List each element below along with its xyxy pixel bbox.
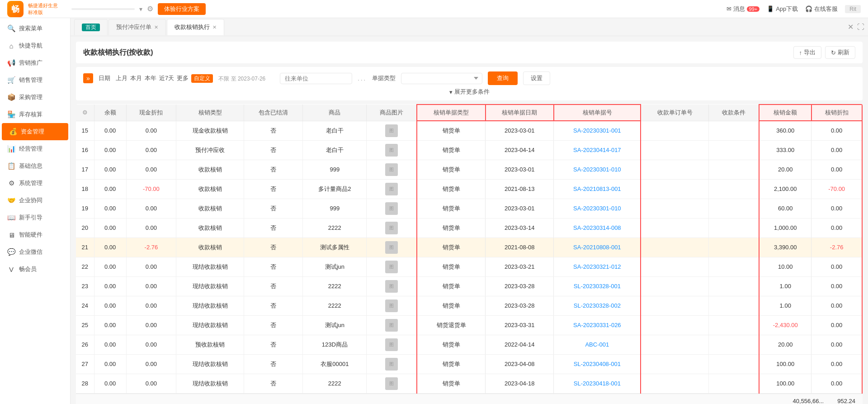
- export-button[interactable]: ↑ 导出: [793, 46, 822, 59]
- sidebar-item-wechat[interactable]: 💬 企业微信: [0, 243, 70, 261]
- writeoff-discount-value: 0.00: [831, 283, 842, 290]
- td-writeoff-amount: 1.00: [759, 276, 811, 296]
- settings-icon[interactable]: ⚙: [147, 5, 153, 13]
- prepay-tab-close[interactable]: ✕: [154, 24, 158, 30]
- td-slip-date: 2023-03-01: [486, 199, 554, 218]
- tab-prepay[interactable]: 预付冲应付单 ✕: [108, 19, 166, 35]
- search-bar[interactable]: [71, 8, 135, 10]
- slip-no-link[interactable]: SA-20210808-001: [573, 244, 621, 251]
- sidebar-label-purchase: 采购管理: [19, 93, 42, 101]
- slip-no-link[interactable]: ABC-001: [585, 341, 609, 348]
- sidebar-item-system[interactable]: ⚙ 系统管理: [0, 175, 70, 192]
- expand-more-conditions[interactable]: ▾ 展开更多条件: [83, 88, 855, 96]
- td-slip-no: SA-20230301-010: [554, 160, 641, 179]
- table-row: 17 0.00 0.00 收款核销 否 999 图 销货单 2023-03-01…: [76, 160, 862, 179]
- td-writeoff-amount: -2,430.00: [759, 315, 811, 335]
- sidebar-item-member[interactable]: V 畅会员: [0, 261, 70, 278]
- slip-no-link[interactable]: SA-20230414-017: [573, 147, 621, 153]
- maximize-icon[interactable]: ⛶: [857, 23, 864, 31]
- td-slip-date: 2023-04-08: [486, 354, 554, 374]
- sidebar-item-hardware[interactable]: 🖥 智能硬件: [0, 226, 70, 243]
- date-link-7days[interactable]: 近7天: [159, 74, 174, 82]
- slip-no-link[interactable]: SA-20230301-010: [573, 166, 621, 173]
- td-balance: 0.00: [94, 121, 126, 140]
- table-scroll[interactable]: ⚙ 余额 现金折扣 核销类型 包含已结清 商品 商品图片 核销单据类型 核销单据…: [76, 104, 863, 394]
- td-receipt-condition: [709, 199, 759, 218]
- sidebar-label-funds: 资金管理: [21, 128, 44, 136]
- tab-collection[interactable]: 收款核销执行 ✕: [167, 19, 224, 35]
- sidebar-item-sales[interactable]: 🛒 销售管理: [0, 71, 70, 89]
- date-link-more[interactable]: 更多: [177, 74, 189, 82]
- online-service-area[interactable]: 🎧 在线客服: [805, 5, 838, 13]
- collection-tab-close[interactable]: ✕: [212, 24, 217, 30]
- sidebar-item-purchase[interactable]: 📦 采购管理: [0, 89, 70, 106]
- date-link-this-month[interactable]: 本月: [130, 74, 142, 82]
- sidebar-item-search[interactable]: 🔍 搜索菜单: [0, 20, 70, 37]
- date-link-custom[interactable]: 自定义: [191, 74, 213, 83]
- date-link-this-year[interactable]: 本年: [145, 74, 156, 82]
- td-slip-no: SA-20230301-010: [554, 199, 641, 218]
- td-balance: 0.00: [94, 315, 126, 335]
- td-cash-discount: 0.00: [126, 374, 176, 393]
- td-writeoff-discount: 0.00: [811, 140, 862, 160]
- td-writeoff-type: 现金收款核销: [176, 121, 244, 140]
- sidebar-label-search: 搜索菜单: [19, 24, 42, 33]
- date-link-last-month[interactable]: 上月: [116, 74, 127, 82]
- sidebar-item-basic[interactable]: 📋 基础信息: [0, 157, 70, 175]
- partner-input[interactable]: [280, 73, 352, 84]
- table-row: 27 0.00 0.00 现结收款核销 否 衣服00001 图 销货单 2023…: [76, 354, 862, 374]
- td-goods: 2222: [303, 276, 367, 296]
- sidebar-item-enterprise[interactable]: 🤝 企业协同: [0, 192, 70, 209]
- slip-no-link[interactable]: SL-20230328-001: [574, 283, 621, 290]
- td-receipt-condition: [709, 121, 759, 140]
- td-slip-type: 销货单: [417, 238, 485, 257]
- close-all-icon[interactable]: ✕: [848, 23, 854, 31]
- td-receipt-order-no: [641, 374, 709, 393]
- query-button[interactable]: 查询: [488, 71, 518, 85]
- user-area[interactable]: Rit: [845, 5, 861, 13]
- slip-no-link[interactable]: SA-20230301-001: [573, 127, 621, 134]
- slip-type-select[interactable]: [401, 73, 482, 84]
- sidebar-item-operations[interactable]: 📊 经营管理: [0, 140, 70, 157]
- cash-discount-value: -2.76: [145, 244, 158, 251]
- slip-no-link[interactable]: SL-20230408-001: [574, 361, 621, 367]
- filter-expand-button[interactable]: »: [83, 73, 93, 83]
- tab-bar: 首页 预付冲应付单 ✕ 收款核销执行 ✕ ✕ ⛶: [71, 18, 868, 36]
- slip-no-link[interactable]: SA-20230331-026: [573, 322, 621, 328]
- td-writeoff-type: 收款核销: [176, 179, 244, 199]
- slip-no-link[interactable]: SA-20230314-008: [573, 224, 621, 231]
- slip-no-link[interactable]: SL-20230418-001: [574, 380, 621, 387]
- td-include-settled: 否: [244, 218, 303, 238]
- sidebar-item-shortcut[interactable]: ⌂ 快捷导航: [0, 37, 70, 54]
- td-id: 18: [76, 179, 94, 199]
- refresh-button[interactable]: ↻ 刷新: [825, 46, 855, 59]
- td-receipt-order-no: [641, 335, 709, 354]
- settings-button[interactable]: 设置: [523, 71, 550, 85]
- writeoff-discount-value: 0.00: [831, 341, 842, 348]
- tab-home[interactable]: 首页: [74, 19, 108, 35]
- td-writeoff-amount: 333.00: [759, 140, 811, 160]
- td-balance: 0.00: [94, 335, 126, 354]
- td-goods: 测试多属性: [303, 238, 367, 257]
- sidebar-item-guide[interactable]: 📖 新手引导: [0, 209, 70, 226]
- gear-icon[interactable]: ⚙: [82, 109, 88, 116]
- app-download-area[interactable]: 📱 App下载: [767, 5, 798, 13]
- th-goods-image: 商品图片: [367, 105, 417, 121]
- trial-btn[interactable]: 体验行业方案: [158, 3, 206, 15]
- slip-no-link[interactable]: SL-20230328-002: [574, 302, 621, 309]
- td-include-settled: 否: [244, 354, 303, 374]
- total-discount-label: 952.24: [837, 398, 855, 404]
- slip-no-link[interactable]: SA-20230301-010: [573, 205, 621, 212]
- sidebar-item-inventory[interactable]: 🏪 库存核算: [0, 106, 70, 123]
- th-writeoff-type: 核销类型: [176, 105, 244, 121]
- slip-no-link[interactable]: SA-20210813-001: [573, 185, 621, 192]
- writeoff-amount-value: 10.00: [778, 263, 793, 270]
- sidebar-item-marketing[interactable]: 📢 营销推广: [0, 54, 70, 71]
- dropdown-icon[interactable]: ▾: [139, 5, 142, 13]
- page-header: 收款核销执行(按收款) ↑ 导出 ↻ 刷新: [76, 42, 863, 63]
- writeoff-discount-value: 0.00: [831, 127, 842, 134]
- tab-bar-actions: ✕ ⛶: [848, 23, 864, 31]
- sidebar-item-funds[interactable]: 💰 资金管理: [2, 123, 68, 140]
- slip-no-link[interactable]: SA-20230321-012: [573, 263, 621, 270]
- notification-area[interactable]: ✉ 消息 99+: [726, 5, 760, 13]
